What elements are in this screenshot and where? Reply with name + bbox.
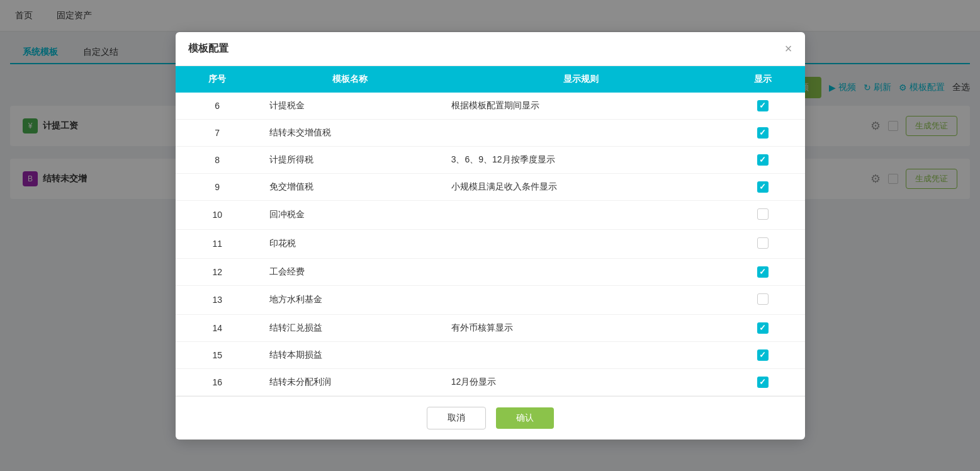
row-checkbox-cell xyxy=(721,200,804,229)
modal-body: 序号 模板名称 显示规则 显示 6计提税金根据模板配置期间显示7结转未交增值税8… xyxy=(176,66,805,396)
modal-close-button[interactable]: × xyxy=(785,42,792,55)
row-id: 7 xyxy=(176,119,259,146)
row-name: 计提税金 xyxy=(259,93,441,120)
modal-title: 模板配置 xyxy=(188,42,228,55)
config-table: 序号 模板名称 显示规则 显示 6计提税金根据模板配置期间显示7结转未交增值税8… xyxy=(176,66,805,396)
row-id: 6 xyxy=(176,93,259,120)
row-rule: 根据模板配置期间显示 xyxy=(441,93,721,120)
row-checkbox-cell xyxy=(721,368,804,395)
row-name: 工会经费 xyxy=(259,258,441,285)
checkbox-checked[interactable] xyxy=(757,127,769,139)
row-name: 地方水利基金 xyxy=(259,285,441,314)
table-row: 7结转未交增值税 xyxy=(176,119,805,146)
row-id: 11 xyxy=(176,229,259,258)
col-header-id: 序号 xyxy=(176,66,259,93)
row-name: 回冲税金 xyxy=(259,200,441,229)
modal-header: 模板配置 × xyxy=(176,32,805,66)
row-name: 结转本期损益 xyxy=(259,341,441,368)
row-id: 16 xyxy=(176,368,259,395)
checkbox-unchecked[interactable] xyxy=(757,208,769,220)
row-rule xyxy=(441,119,721,146)
table-row: 14结转汇兑损益有外币核算显示 xyxy=(176,314,805,341)
row-name: 计提所得税 xyxy=(259,146,441,173)
row-rule xyxy=(441,229,721,258)
table-row: 10回冲税金 xyxy=(176,200,805,229)
row-rule xyxy=(441,200,721,229)
row-id: 15 xyxy=(176,341,259,368)
row-name: 印花税 xyxy=(259,229,441,258)
row-id: 14 xyxy=(176,314,259,341)
row-checkbox-cell xyxy=(721,173,804,200)
row-name: 结转汇兑损益 xyxy=(259,314,441,341)
row-name: 结转未交增值税 xyxy=(259,119,441,146)
row-rule xyxy=(441,341,721,368)
row-checkbox-cell xyxy=(721,119,804,146)
checkbox-checked[interactable] xyxy=(757,181,769,193)
row-rule: 有外币核算显示 xyxy=(441,314,721,341)
row-id: 13 xyxy=(176,285,259,314)
table-row: 8计提所得税3、6、9、12月按季度显示 xyxy=(176,146,805,173)
checkbox-unchecked[interactable] xyxy=(757,237,769,249)
checkbox-checked[interactable] xyxy=(757,349,769,361)
confirm-button[interactable]: 确认 xyxy=(496,407,554,429)
checkbox-checked[interactable] xyxy=(757,100,769,111)
row-name: 免交增值税 xyxy=(259,173,441,200)
row-id: 12 xyxy=(176,258,259,285)
table-row: 6计提税金根据模板配置期间显示 xyxy=(176,93,805,120)
checkbox-checked[interactable] xyxy=(757,377,769,388)
row-name: 结转未分配利润 xyxy=(259,368,441,395)
table-row: 9免交增值税小规模且满足收入条件显示 xyxy=(176,173,805,200)
row-checkbox-cell xyxy=(721,146,804,173)
row-checkbox-cell xyxy=(721,314,804,341)
cancel-button[interactable]: 取消 xyxy=(427,407,486,429)
col-header-rule: 显示规则 xyxy=(441,66,721,93)
row-rule xyxy=(441,258,721,285)
table-row: 11印花税 xyxy=(176,229,805,258)
checkbox-checked[interactable] xyxy=(757,266,769,278)
table-row: 15结转本期损益 xyxy=(176,341,805,368)
table-row: 16结转未分配利润12月份显示 xyxy=(176,368,805,395)
checkbox-unchecked[interactable] xyxy=(757,293,769,305)
modal-template-config: 模板配置 × 序号 模板名称 显示规则 显示 6计提税金根据模板配置期间显示7结… xyxy=(176,32,805,440)
modal-footer: 取消 确认 xyxy=(176,396,805,440)
row-id: 8 xyxy=(176,146,259,173)
col-header-display: 显示 xyxy=(721,66,804,93)
table-body: 6计提税金根据模板配置期间显示7结转未交增值税8计提所得税3、6、9、12月按季… xyxy=(176,93,805,396)
row-id: 10 xyxy=(176,200,259,229)
row-checkbox-cell xyxy=(721,341,804,368)
table-row: 12工会经费 xyxy=(176,258,805,285)
row-rule: 小规模且满足收入条件显示 xyxy=(441,173,721,200)
checkbox-checked[interactable] xyxy=(757,154,769,166)
row-checkbox-cell xyxy=(721,93,804,120)
modal-overlay: 模板配置 × 序号 模板名称 显示规则 显示 6计提税金根据模板配置期间显示7结… xyxy=(0,0,980,471)
table-head: 序号 模板名称 显示规则 显示 xyxy=(176,66,805,93)
row-rule xyxy=(441,285,721,314)
row-rule: 3、6、9、12月按季度显示 xyxy=(441,146,721,173)
table-row: 13地方水利基金 xyxy=(176,285,805,314)
row-id: 9 xyxy=(176,173,259,200)
col-header-name: 模板名称 xyxy=(259,66,441,93)
row-checkbox-cell xyxy=(721,229,804,258)
row-checkbox-cell xyxy=(721,285,804,314)
row-rule: 12月份显示 xyxy=(441,368,721,395)
checkbox-checked[interactable] xyxy=(757,322,769,334)
row-checkbox-cell xyxy=(721,258,804,285)
